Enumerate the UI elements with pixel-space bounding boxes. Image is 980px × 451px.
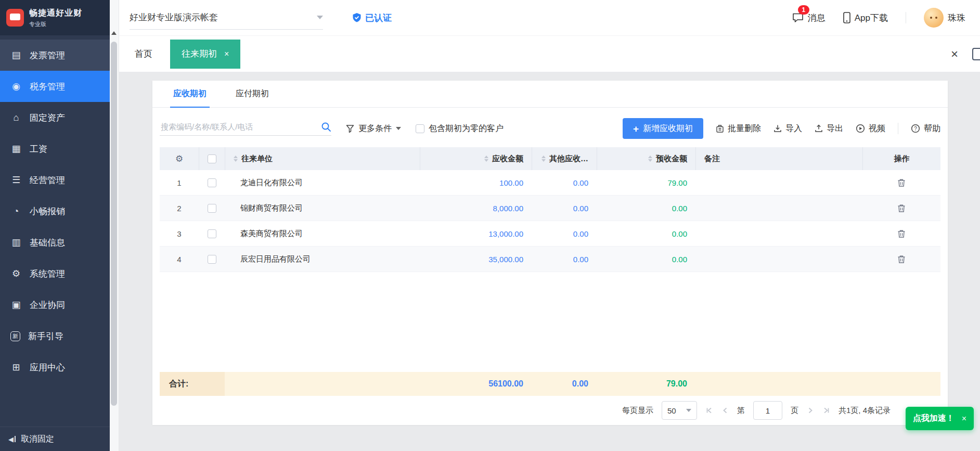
help-label: 帮助 [924,123,940,134]
sidebar-item-fixed-assets[interactable]: ⌂ 固定资产 [0,102,110,133]
sort-icon[interactable] [484,156,488,162]
sidebar-item-label: 新手引导 [28,330,63,342]
row-checkbox[interactable] [208,178,216,187]
sidebar-item-label: 企业协同 [30,299,65,311]
receivable-cell: 35,000.00 [420,247,532,272]
column-settings-icon[interactable]: ⚙ [175,153,183,164]
remark-cell [695,221,862,246]
column-remark: 备注 [695,147,862,170]
sidebar-item-payroll[interactable]: ▦ 工资 [0,133,110,164]
account-selector[interactable]: 好业财专业版演示帐套 [130,6,323,30]
messages-button[interactable]: 1 消息 [792,12,826,24]
divider [898,123,898,134]
help-icon: ? [911,124,920,133]
total-prepaid: 79.00 [597,372,695,396]
more-filters-button[interactable]: 更多条件 [346,123,401,134]
batch-delete-label: 批量删除 [728,123,761,134]
other-cell: 0.00 [532,221,597,246]
sidebar-item-operations[interactable]: ☰ 经营管理 [0,164,110,196]
tab-label: 往来期初 [182,48,217,60]
promo-label: 点我加速！ [913,413,955,424]
app-download-button[interactable]: App下载 [843,12,888,24]
sidebar-scrollbar[interactable] [110,0,119,451]
unpin-label: 取消固定 [21,434,54,445]
unpin-button[interactable]: ◀ 取消固定 [0,427,110,451]
column-other-receivable[interactable]: 其他应收… [532,147,597,170]
table-row[interactable]: 2 锦财商贸有限公司 8,000.00 0.00 0.00 [160,196,940,221]
help-button[interactable]: ? 帮助 [911,123,940,134]
prepaid-cell: 0.00 [597,247,695,272]
certified-badge[interactable]: 已认证 [352,12,392,24]
more-filters-label: 更多条件 [358,123,392,134]
import-button[interactable]: 导入 [773,123,802,134]
search-input[interactable] [160,122,321,132]
next-page-button[interactable] [807,407,814,414]
sort-icon[interactable] [234,156,238,162]
sidebar-item-label: 系统管理 [30,268,65,280]
sidebar-item-app-center[interactable]: ⊞ 应用中心 [0,352,110,383]
delete-row-icon[interactable] [897,178,906,187]
search-box [160,122,331,136]
sidebar-item-label: 小畅报销 [30,205,65,217]
tab-current-opening[interactable]: 往来期初 × [170,40,240,69]
tab-payable-opening[interactable]: 应付期初 [221,81,283,107]
add-receivable-button[interactable]: + 新增应收期初 [623,118,703,139]
sidebar-item-invoice[interactable]: ▤ 发票管理 [0,40,110,71]
panel-toggle-icon[interactable] [972,48,980,60]
first-page-button[interactable] [705,407,713,414]
table-row[interactable]: 3 森美商贸有限公司 13,000.00 0.00 0.00 [160,221,940,247]
tab-home[interactable]: 首页 [135,48,152,60]
user-menu[interactable]: 珠珠 [924,8,965,28]
tab-receivable-opening[interactable]: 应收期初 [159,81,221,107]
include-zero-checkbox[interactable]: 包含期初为零的客户 [416,123,504,134]
scroll-up-arrow-icon[interactable] [111,31,117,35]
table-row[interactable]: 1 龙迪日化有限公司 100.00 0.00 79.00 [160,170,940,196]
username: 珠珠 [948,12,965,24]
sidebar-item-collaboration[interactable]: ▣ 企业协同 [0,289,110,320]
sidebar-item-label: 基础信息 [30,237,65,249]
batch-delete-button[interactable]: 批量删除 [716,123,761,134]
row-checkbox[interactable] [208,255,216,264]
fixed-assets-icon: ⌂ [10,112,22,123]
other-cell: 0.00 [532,196,597,221]
column-receivable[interactable]: 应收金额 [420,147,532,170]
page-input[interactable] [753,401,782,420]
remark-cell [695,247,862,272]
sidebar-item-reimburse[interactable]: ◔ 小畅报销 [0,196,110,227]
table-row[interactable]: 4 辰宏日用品有限公司 35,000.00 0.00 0.00 [160,247,940,272]
delete-row-icon[interactable] [897,255,906,264]
column-prepaid[interactable]: 预收金额 [597,147,695,170]
invoice-icon: ▤ [10,49,22,61]
select-all-checkbox[interactable] [208,154,216,163]
close-tab-icon[interactable]: × [224,49,229,59]
close-panel-icon[interactable]: × [951,48,958,60]
prev-page-button[interactable] [721,407,729,414]
per-page-select[interactable]: 50 [662,401,697,420]
sidebar-item-tax[interactable]: ◉ 税务管理 [0,71,110,102]
export-button[interactable]: 导出 [815,123,843,134]
video-button[interactable]: 视频 [856,123,885,134]
sidebar-item-system[interactable]: ⚙ 系统管理 [0,258,110,289]
column-unit[interactable]: 往来单位 [225,147,420,170]
sort-icon[interactable] [648,156,652,162]
checkbox[interactable] [416,124,424,133]
delete-row-icon[interactable] [897,204,906,213]
scrollbar-thumb[interactable] [111,42,117,406]
promo-button[interactable]: 点我加速！ × [906,407,974,430]
sidebar-item-base-info[interactable]: ▥ 基础信息 [0,227,110,258]
search-icon[interactable] [321,122,331,132]
row-checkbox[interactable] [208,229,216,238]
sort-icon[interactable] [541,156,546,162]
delete-row-icon[interactable] [897,229,906,238]
phone-icon [843,12,850,23]
opening-balance-card: 应收期初 应付期初 更多条件 [152,81,948,425]
export-label: 导出 [827,123,843,134]
sidebar-item-guide[interactable]: 新 新手引导 [0,320,110,352]
topbar: 好业财专业版演示帐套 已认证 1 消息 [119,0,980,35]
page-prefix: 第 [737,406,745,416]
per-page-value: 50 [667,406,676,415]
last-page-button[interactable] [822,407,830,414]
tab-bar: 首页 往来期初 × × [119,35,980,72]
row-checkbox[interactable] [208,204,216,213]
promo-close-icon[interactable]: × [962,414,966,423]
